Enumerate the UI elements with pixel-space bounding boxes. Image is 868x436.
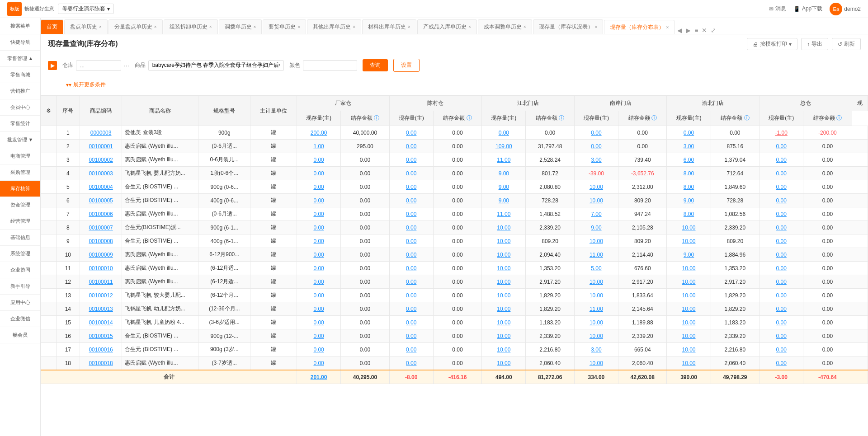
tab-close-5[interactable]: × — [297, 24, 300, 29]
cell-jiangbei-qty[interactable]: 10.00 — [482, 302, 526, 316]
cell-yubei-qty[interactable]: 10.00 — [667, 221, 711, 234]
cell-factory-qty[interactable]: 0.00 — [297, 248, 341, 262]
cell-code[interactable]: 00100004 — [80, 180, 122, 194]
sidebar-item-vip[interactable]: 畅会员 — [0, 327, 40, 343]
cell-chen-qty[interactable]: 0.00 — [389, 356, 433, 370]
cell-yubei-qty[interactable]: 10.00 — [667, 356, 711, 370]
cell-jiangbei-qty[interactable]: 0.00 — [482, 126, 526, 140]
cell-yubei-qty[interactable]: 9.00 — [667, 194, 711, 207]
cell-zong-qty[interactable]: 0.00 — [760, 140, 803, 153]
cell-yubei-qty[interactable]: 10.00 — [667, 316, 711, 329]
cell-nanan-qty[interactable]: 3.00 — [574, 153, 618, 167]
tab-other-outbound[interactable]: 其他出库单历史 × — [307, 19, 361, 34]
cell-yubei-qty[interactable]: 9.00 — [667, 248, 711, 262]
cell-chen-qty[interactable]: 0.00 — [389, 248, 433, 262]
cell-factory-qty[interactable]: 200.00 — [297, 126, 341, 140]
tab-requisition[interactable]: 要货单历史 × — [263, 19, 306, 34]
cell-zong-qty[interactable]: 0.00 — [760, 248, 803, 262]
sidebar-item-quicknav[interactable]: 快捷导航 — [0, 34, 40, 51]
cell-nanan-qty[interactable]: 11.00 — [574, 248, 618, 262]
cell-code[interactable]: 00100001 — [80, 140, 122, 153]
cell-zong-qty[interactable]: 0.00 — [760, 316, 803, 329]
cell-code[interactable]: 00100009 — [80, 248, 122, 262]
cell-chen-qty[interactable]: 0.00 — [389, 140, 433, 153]
cell-zong-qty[interactable]: -1.00 — [760, 126, 803, 140]
cell-factory-qty[interactable]: 0.00 — [297, 221, 341, 234]
cell-zong-qty[interactable]: 0.00 — [760, 221, 803, 234]
tab-prev[interactable]: ◀ — [675, 27, 684, 34]
cell-code[interactable]: 00100003 — [80, 167, 122, 180]
tab-close-2[interactable]: × — [154, 24, 157, 29]
cell-chen-qty[interactable]: 0.00 — [389, 180, 433, 194]
cell-factory-qty[interactable]: 1.00 — [297, 140, 341, 153]
tab-material-out[interactable]: 材料出库单历史 × — [362, 19, 416, 34]
sidebar-item-enterprise-wechat[interactable]: 企业微信 — [0, 311, 40, 327]
cell-jiangbei-qty[interactable]: 9.00 — [482, 194, 526, 207]
cell-factory-qty[interactable]: 0.00 — [297, 262, 341, 275]
cell-chen-qty[interactable]: 0.00 — [389, 302, 433, 316]
sidebar-item-ecommerce[interactable]: 电商管理 — [0, 148, 40, 164]
cell-code[interactable]: 00100013 — [80, 302, 122, 316]
tab-close-4[interactable]: × — [254, 24, 256, 29]
cell-nanan-qty[interactable]: -39.00 — [574, 167, 618, 180]
goods-input[interactable] — [148, 60, 284, 71]
sidebar-item-wholesale[interactable]: 批发管理 ▼ — [0, 132, 40, 148]
cell-chen-qty[interactable]: 0.00 — [389, 343, 433, 356]
refresh-button[interactable]: ↺ 刷新 — [832, 38, 861, 50]
tab-close-11[interactable]: × — [666, 25, 669, 30]
cell-factory-qty[interactable]: 0.00 — [297, 180, 341, 194]
cell-code[interactable]: 00100007 — [80, 221, 122, 234]
cell-yubei-qty[interactable]: 10.00 — [667, 234, 711, 248]
tab-inventory-status[interactable]: 现存量（库存状况表） × — [533, 19, 604, 34]
cell-zong-qty[interactable]: 0.00 — [760, 275, 803, 289]
cell-factory-qty[interactable]: 0.00 — [297, 289, 341, 302]
cell-nanan-qty[interactable]: 10.00 — [574, 180, 618, 194]
sidebar-item-purchase[interactable]: 采购管理 — [0, 164, 40, 181]
cell-jiangbei-qty[interactable]: 10.00 — [482, 316, 526, 329]
cell-jiangbei-qty[interactable]: 10.00 — [482, 356, 526, 370]
sidebar-item-marketing[interactable]: 营销推广 — [0, 83, 40, 99]
cell-code[interactable]: 00100014 — [80, 316, 122, 329]
settings-button[interactable]: 设置 — [393, 59, 420, 72]
expand-arrow[interactable]: ▶ — [48, 61, 57, 70]
tab-partial-check[interactable]: 分量盘点单历史 × — [108, 19, 163, 34]
sidebar-item-operations[interactable]: 经营管理 — [0, 213, 40, 230]
sidebar-item-appcenter[interactable]: 应用中心 — [0, 295, 40, 311]
tab-cost-adjust[interactable]: 成本调整单历史 × — [478, 19, 532, 34]
cell-jiangbei-qty[interactable]: 9.00 — [482, 180, 526, 194]
cell-jiangbei-qty[interactable]: 9.00 — [482, 167, 526, 180]
cell-factory-qty[interactable]: 0.00 — [297, 356, 341, 370]
cell-code[interactable]: 00100010 — [80, 262, 122, 275]
tab-close-10[interactable]: × — [595, 24, 598, 29]
cell-chen-qty[interactable]: 0.00 — [389, 126, 433, 140]
sidebar-item-member[interactable]: 会员中心 — [0, 99, 40, 116]
cell-zong-qty[interactable]: 0.00 — [760, 302, 803, 316]
tab-inventory-dist[interactable]: 现存量（库存分布表） × — [604, 20, 675, 34]
cell-chen-qty[interactable]: 0.00 — [389, 262, 433, 275]
tab-close-7[interactable]: × — [408, 24, 410, 29]
sidebar-item-finance[interactable]: 资金管理 — [0, 197, 40, 213]
tab-product-in[interactable]: 产成品入库单历史 × — [417, 19, 477, 34]
cell-factory-qty[interactable]: 0.00 — [297, 302, 341, 316]
cell-code[interactable]: 00100002 — [80, 153, 122, 167]
sidebar-item-retail-stats[interactable]: 零售统计 — [0, 116, 40, 132]
cell-jiangbei-qty[interactable]: 10.00 — [482, 289, 526, 302]
cell-chen-qty[interactable]: 0.00 — [389, 329, 433, 343]
cell-jiangbei-qty[interactable]: 10.00 — [482, 329, 526, 343]
cell-code[interactable]: 00100011 — [80, 275, 122, 289]
cell-jiangbei-qty[interactable]: 10.00 — [482, 248, 526, 262]
tab-close-all[interactable]: ✕ — [700, 27, 709, 34]
warehouse-more-icon[interactable]: ··· — [124, 62, 129, 69]
cell-code[interactable]: 0000003 — [80, 126, 122, 140]
sidebar-item-system[interactable]: 系统管理 — [0, 246, 40, 262]
cell-factory-qty[interactable]: 0.00 — [297, 167, 341, 180]
tab-home[interactable]: 首页 — [41, 19, 63, 34]
cell-yubei-qty[interactable]: 10.00 — [667, 262, 711, 275]
cell-zong-qty[interactable]: 0.00 — [760, 329, 803, 343]
cell-yubei-qty[interactable]: 8.00 — [667, 207, 711, 221]
cell-yubei-qty[interactable]: 6.00 — [667, 153, 711, 167]
cell-jiangbei-qty[interactable]: 109.00 — [482, 140, 526, 153]
warehouse-input[interactable] — [76, 60, 121, 71]
tab-transfer[interactable]: 调拨单历史 × — [219, 19, 262, 34]
tab-close-8[interactable]: × — [468, 24, 471, 29]
